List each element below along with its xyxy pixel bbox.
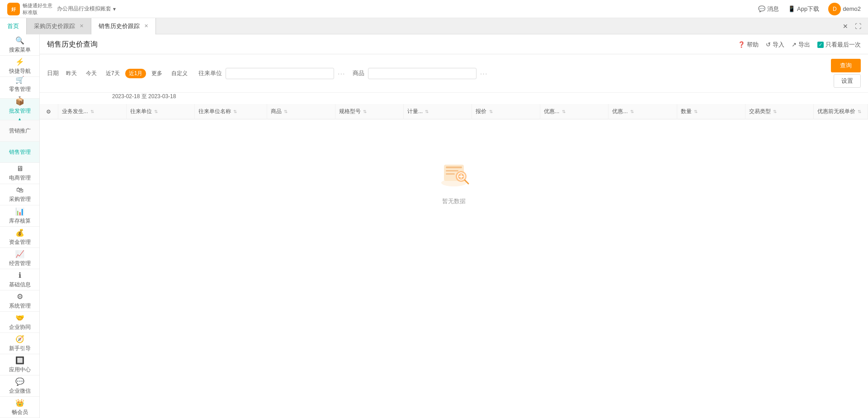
query-btn-area: 查询 设置 [831, 59, 861, 88]
filter-row: 日期 昨天 今天 近7天 近1月 更多 自定义 往来单位 ··· [40, 54, 868, 93]
goods-filter-group: 商品 ··· [353, 68, 488, 79]
th-unit[interactable]: 计量... ⇅ [404, 104, 472, 119]
settings-icon: ⚙ [46, 109, 51, 115]
th-goods[interactable]: 商品 ⇅ [267, 104, 335, 119]
svg-text:好: 好 [11, 7, 16, 12]
date-option-last7[interactable]: 近7天 [102, 69, 123, 78]
sidebar-item-inventory[interactable]: 📊 库存核算 [0, 205, 39, 227]
sort-icon-goods: ⇅ [284, 109, 288, 114]
sidebar: 🔍 搜索菜单 ⚡ 快捷导航 🛒 零售管理 ▾ 📦 批发管理 ▴ 营销推广 销售管… [0, 34, 40, 418]
page-header-actions: ❓ 帮助 ↺ 导入 ↗ 导出 ✓ 只看最后一次 [738, 41, 861, 49]
date-label: 日期 [47, 69, 59, 77]
basic-info-icon: ℹ [19, 271, 21, 280]
sidebar-item-vip-member[interactable]: 👑 畅会员 [0, 397, 39, 418]
th-partner-name[interactable]: 往来单位名称 ⇅ [194, 104, 267, 119]
sidebar-item-app-center[interactable]: 🔲 应用中心 [0, 354, 39, 375]
date-option-last1month[interactable]: 近1月 [125, 69, 146, 78]
empty-icon [436, 156, 472, 192]
sort-icon-trade-type: ⇅ [773, 109, 777, 114]
th-spec[interactable]: 规格型号 ⇅ [335, 104, 403, 119]
help-btn[interactable]: ❓ 帮助 [738, 41, 759, 49]
date-filter-group: 日期 昨天 今天 近7天 近1月 更多 自定义 [47, 69, 191, 78]
th-trade-type[interactable]: 交易类型 ⇅ [745, 104, 813, 119]
goods-dots[interactable]: ··· [480, 70, 488, 77]
date-range-text: 2023-02-18 至 2023-03-18 [112, 93, 176, 100]
sort-icon-quote-price: ⇅ [489, 109, 493, 114]
date-option-yesterday[interactable]: 昨天 [62, 69, 80, 78]
tab-sales-history[interactable]: 销售历史价跟踪 ✕ [91, 18, 156, 34]
user-area[interactable]: D demo2 [828, 3, 861, 15]
sidebar-item-quick-nav[interactable]: ⚡ 快捷导航 [0, 56, 39, 77]
sort-icon-partner-code: ⇅ [154, 109, 158, 114]
vip-member-icon: 👑 [15, 399, 24, 407]
tab-purchase-history[interactable]: 采购历史价跟踪 ✕ [27, 18, 91, 34]
top-bar-right: 💬 消息 📱 App下载 D demo2 [758, 3, 861, 15]
sort-icon-tax-free-price: ⇅ [858, 109, 861, 114]
sidebar-item-system[interactable]: ⚙ 系统管理 [0, 290, 39, 312]
empty-state: 暂无数据 [40, 119, 868, 242]
only-last-toggle[interactable]: ✓ 只看最后一次 [817, 41, 861, 49]
svg-rect-5 [446, 170, 458, 171]
sort-icon-partner-name: ⇅ [233, 109, 237, 114]
goods-input[interactable] [368, 68, 476, 79]
retail-mgmt-icon: 🛒 [15, 76, 24, 84]
th-partner-code[interactable]: 往来单位 ⇅ [126, 104, 194, 119]
tab-close-all-btn[interactable]: ✕ [841, 22, 850, 31]
date-option-more[interactable]: 更多 [148, 69, 166, 78]
purchase-mgmt-icon: 🛍 [16, 186, 24, 194]
th-biz-date[interactable]: 业务发生... ⇅ [58, 104, 126, 119]
sidebar-item-wholesale-mgmt[interactable]: 📦 批发管理 ▴ [0, 99, 39, 120]
settings-btn[interactable]: 设置 [834, 74, 861, 88]
query-btn[interactable]: 查询 [831, 59, 861, 72]
sidebar-item-finance[interactable]: 💰 资金管理 [0, 227, 39, 248]
date-option-today[interactable]: 今天 [82, 69, 100, 78]
svg-rect-4 [446, 166, 462, 168]
import-btn[interactable]: ↺ 导入 [766, 41, 784, 49]
import-icon: ↺ [766, 41, 771, 48]
th-tax-free-price[interactable]: 优惠前无税单价 ⇅ [814, 104, 868, 119]
tab-bar-actions: ✕ ⛶ [841, 22, 868, 31]
th-qty[interactable]: 数量 ⇅ [677, 104, 745, 119]
export-btn[interactable]: ↗ 导出 [792, 41, 810, 49]
svg-rect-6 [446, 173, 455, 175]
logo-text: 畅捷通好生意 标准版 [23, 2, 52, 15]
sidebar-item-operations[interactable]: 📈 经营管理 [0, 248, 39, 269]
date-option-custom[interactable]: 自定义 [168, 69, 191, 78]
th-settings[interactable]: ⚙ [40, 104, 58, 119]
tab-home[interactable]: 首页 [0, 18, 27, 34]
partner-dots[interactable]: ··· [338, 70, 345, 77]
th-discount1[interactable]: 优惠... ⇅ [540, 104, 609, 119]
sidebar-item-basic-info[interactable]: ℹ 基础信息 [0, 269, 39, 290]
message-btn[interactable]: 💬 消息 [758, 5, 779, 13]
sidebar-item-search-menu[interactable]: 🔍 搜索菜单 [0, 34, 39, 56]
th-quote-price[interactable]: 报价 ⇅ [472, 104, 540, 119]
sidebar-item-sales-mgmt[interactable]: 销售管理 [0, 142, 39, 163]
quick-nav-icon: ⚡ [15, 57, 24, 66]
tab-bar: 首页 采购历史价跟踪 ✕ 销售历史价跟踪 ✕ ✕ ⛶ [0, 18, 868, 34]
sidebar-item-retail-mgmt[interactable]: 🛒 零售管理 ▾ [0, 77, 39, 99]
sidebar-item-enterprise-coop[interactable]: 🤝 企业协同 [0, 312, 39, 333]
sort-icon-discount2: ⇅ [630, 109, 634, 114]
app-download-btn[interactable]: 📱 App下载 [788, 5, 819, 13]
sort-icon-biz-date: ⇅ [90, 109, 94, 114]
partner-input[interactable] [226, 68, 334, 79]
sidebar-item-new-guide[interactable]: 🧭 新手引导 [0, 333, 39, 354]
goods-label: 商品 [353, 69, 364, 77]
sort-icon-qty: ⇅ [694, 109, 698, 114]
sidebar-item-enterprise-wechat[interactable]: 💬 企业微信 [0, 375, 39, 397]
sidebar-item-ecommerce[interactable]: 🖥 电商管理 [0, 163, 39, 184]
avatar: D [828, 3, 841, 15]
sidebar-item-purchase-mgmt[interactable]: 🛍 采购管理 [0, 184, 39, 205]
tab-sales-history-close[interactable]: ✕ [144, 23, 148, 29]
tab-expand-btn[interactable]: ⛶ [854, 22, 863, 31]
tab-purchase-history-close[interactable]: ✕ [80, 23, 84, 29]
data-table: ⚙ 业务发生... ⇅ 往来单位 ⇅ 往来单位名称 [40, 104, 868, 119]
top-bar-left: 好 畅捷通好生意 标准版 办公用品行业模拟账套 ▾ [7, 2, 116, 15]
th-discount2[interactable]: 优惠... ⇅ [609, 104, 677, 119]
sidebar-item-marketing[interactable]: 营销推广 [0, 120, 39, 142]
app-selector[interactable]: 办公用品行业模拟账套 ▾ [57, 5, 116, 13]
sort-icon-unit: ⇅ [425, 109, 429, 114]
sort-icon-spec: ⇅ [363, 109, 367, 114]
inventory-icon: 📊 [15, 207, 24, 216]
help-icon: ❓ [738, 41, 745, 48]
